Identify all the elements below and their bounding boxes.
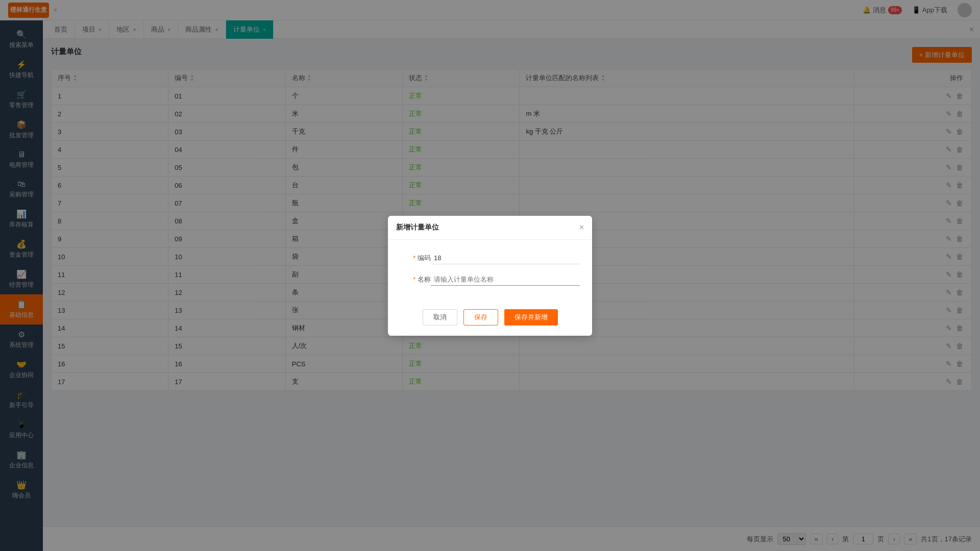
form-row-code: 编码 (400, 252, 580, 264)
save-new-btn[interactable]: 保存并新增 (504, 309, 558, 325)
code-label: 编码 (400, 254, 431, 263)
code-input[interactable] (431, 252, 580, 264)
modal-overlay[interactable]: 新增计量单位 × 编码 名称 取消 保存 保存并新增 (0, 0, 980, 551)
name-label: 名称 (400, 275, 431, 284)
modal-close-btn[interactable]: × (579, 223, 584, 232)
modal-header: 新增计量单位 × (388, 216, 592, 240)
modal-title: 新增计量单位 (396, 223, 439, 232)
modal-body: 编码 名称 (388, 240, 592, 303)
modal-footer: 取消 保存 保存并新增 (388, 303, 592, 336)
name-input[interactable] (431, 273, 580, 286)
modal: 新增计量单位 × 编码 名称 取消 保存 保存并新增 (388, 216, 592, 336)
save-btn[interactable]: 保存 (463, 309, 498, 325)
form-row-name: 名称 (400, 273, 580, 286)
cancel-btn[interactable]: 取消 (423, 309, 457, 325)
